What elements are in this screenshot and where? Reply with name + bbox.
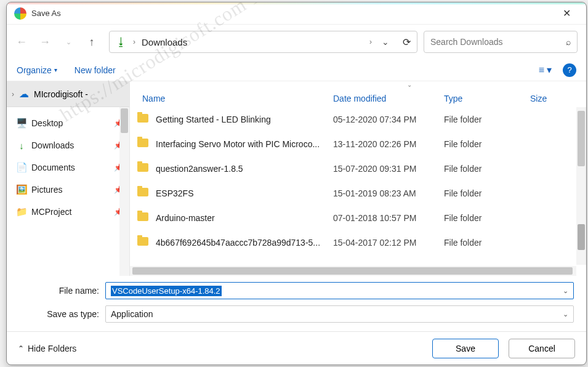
cloud-icon: ☁ xyxy=(19,88,29,100)
chevron-down-icon: ▾ xyxy=(547,64,552,76)
sidebar-item-label: Desktop xyxy=(31,118,63,128)
sidebar-item-label: Pictures xyxy=(31,185,63,195)
save-as-dialog: Save As ✕ ← → ⌄ ↑ ⭳ › Downloads › ⌄ ⟳ ⌕ … xyxy=(6,2,587,365)
sidebar-item-label: MCProject xyxy=(31,207,71,217)
hide-folders-button[interactable]: ⌃ Hide Folders xyxy=(18,344,76,353)
filename-label: File name: xyxy=(19,286,99,296)
sidebar-item-label: Downloads xyxy=(31,140,74,150)
search-input[interactable] xyxy=(430,37,566,47)
chevron-down-icon: ▾ xyxy=(54,67,57,73)
chevron-right-icon: › xyxy=(12,90,14,99)
column-header-date[interactable]: Date modified xyxy=(333,94,444,103)
toolbar: Organize ▾ New folder ≡ ▾ ? xyxy=(7,59,586,81)
refresh-icon[interactable]: ⟳ xyxy=(403,36,411,48)
filename-field[interactable]: VSCodeUserSetup-x64-1.84.2 ⌄ xyxy=(105,282,574,299)
sidebar-item-label: MIcrodigisoft - xyxy=(34,89,88,99)
table-row[interactable]: ESP32FS15-01-2019 08:23 AMFile folder xyxy=(130,181,586,206)
chevron-up-icon: ⌃ xyxy=(18,344,24,353)
sidebar-item-desktop[interactable]: 🖥️Desktop📌 xyxy=(7,117,129,129)
row-type: File folder xyxy=(444,213,530,223)
address-bar[interactable]: ⭳ › Downloads › ⌄ ⟳ xyxy=(109,31,417,53)
folder-icon: 🖼️ xyxy=(15,184,28,195)
search-box[interactable]: ⌕ xyxy=(424,31,578,53)
chevron-down-icon[interactable]: ⌄ xyxy=(563,310,568,318)
row-date: 15-01-2019 08:23 AM xyxy=(333,188,444,198)
chevron-down-icon[interactable]: ⌄ xyxy=(382,37,389,47)
sidebar-item-pictures[interactable]: 🖼️Pictures📌 xyxy=(7,184,129,196)
folder-icon xyxy=(137,188,151,199)
folder-icon xyxy=(137,163,151,174)
filename-value: VSCodeUserSetup-x64-1.84.2 xyxy=(111,286,222,296)
row-type: File folder xyxy=(444,164,530,174)
nav-bar: ← → ⌄ ↑ ⭳ › Downloads › ⌄ ⟳ ⌕ xyxy=(7,25,586,59)
help-icon[interactable]: ? xyxy=(563,63,576,77)
organize-menu[interactable]: Organize ▾ xyxy=(17,65,57,75)
chevron-right-icon: › xyxy=(133,38,135,46)
row-date: 15-04-2017 02:12 PM xyxy=(333,238,444,248)
column-headers: ⌄ Name Date modified Type Size xyxy=(130,81,586,107)
title-bar: Save As ✕ xyxy=(7,2,586,25)
table-row[interactable]: question2answer-1.8.515-07-2020 09:31 PM… xyxy=(130,156,586,181)
location-text: Downloads xyxy=(142,37,363,47)
folder-icon xyxy=(137,114,151,125)
save-type-label: Save as type: xyxy=(19,309,99,319)
window-title: Save As xyxy=(31,9,61,18)
new-folder-button[interactable]: New folder xyxy=(75,65,116,75)
sidebar-item-mcproject[interactable]: 📁MCProject📌 xyxy=(7,206,129,218)
folder-icon: 📄 xyxy=(15,162,28,173)
row-date: 13-11-2020 02:26 PM xyxy=(333,139,444,149)
row-type: File folder xyxy=(444,188,530,198)
folder-icon xyxy=(137,237,151,248)
folder-icon: ↓ xyxy=(15,140,28,151)
row-name: question2answer-1.8.5 xyxy=(156,164,333,174)
table-row[interactable]: Interfacing Servo Motor with PIC Microco… xyxy=(130,132,586,156)
file-list: ⌄ Name Date modified Type Size Getting S… xyxy=(130,81,586,276)
cancel-button[interactable]: Cancel xyxy=(509,339,575,358)
app-icon xyxy=(14,7,26,20)
sidebar-item-downloads[interactable]: ↓Downloads📌 xyxy=(7,139,129,151)
horizontal-scrollbar[interactable] xyxy=(130,266,576,276)
column-header-size[interactable]: Size xyxy=(530,94,582,103)
folder-icon xyxy=(137,139,151,150)
row-name: 4b667f692645b47aaccc7b728a99d713-5... xyxy=(156,238,333,248)
row-name: Interfacing Servo Motor with PIC Microco… xyxy=(156,139,333,149)
recent-dropdown-icon[interactable]: ⌄ xyxy=(62,36,75,48)
chevron-right-icon: › xyxy=(369,38,372,46)
folder-icon: 📁 xyxy=(15,206,28,217)
column-header-name[interactable]: Name xyxy=(137,94,333,103)
download-icon: ⭳ xyxy=(116,36,127,49)
column-header-type[interactable]: Type xyxy=(444,94,530,103)
vertical-scrollbar[interactable] xyxy=(576,107,586,265)
save-button[interactable]: Save xyxy=(432,339,499,358)
forward-icon[interactable]: → xyxy=(39,36,51,48)
close-icon[interactable]: ✕ xyxy=(554,4,579,23)
save-type-field[interactable]: Application ⌄ xyxy=(105,305,574,323)
row-date: 05-12-2020 07:34 PM xyxy=(333,115,444,124)
save-type-value: Application xyxy=(111,309,153,319)
table-row[interactable]: Arduino-master07-01-2018 10:57 PMFile fo… xyxy=(130,206,586,230)
bottom-bar: ⌃ Hide Folders Save Cancel xyxy=(7,331,586,365)
row-type: File folder xyxy=(444,238,530,248)
back-icon[interactable]: ← xyxy=(15,36,28,48)
folder-icon xyxy=(137,212,151,224)
sidebar-item-label: Documents xyxy=(31,163,75,172)
main-area: › ☁ MIcrodigisoft - 🖥️Desktop📌↓Downloads… xyxy=(7,81,586,276)
row-name: ESP32FS xyxy=(156,188,333,198)
chevron-down-icon[interactable]: ⌄ xyxy=(563,287,568,295)
list-icon: ≡ xyxy=(539,65,544,76)
sidebar-scrollbar[interactable] xyxy=(119,107,129,276)
row-date: 07-01-2018 10:57 PM xyxy=(333,213,444,223)
folder-icon: 🖥️ xyxy=(15,118,28,129)
search-icon[interactable]: ⌕ xyxy=(566,37,571,47)
sidebar-item-onedrive[interactable]: › ☁ MIcrodigisoft - xyxy=(7,81,129,107)
sidebar-item-documents[interactable]: 📄Documents📌 xyxy=(7,161,129,174)
sidebar: › ☁ MIcrodigisoft - 🖥️Desktop📌↓Downloads… xyxy=(7,81,130,276)
row-type: File folder xyxy=(444,139,530,149)
sort-indicator-icon: ⌄ xyxy=(407,81,412,88)
table-row[interactable]: Getting Started - LED Blinking05-12-2020… xyxy=(130,107,586,132)
table-row[interactable]: 4b667f692645b47aaccc7b728a99d713-5...15-… xyxy=(130,230,586,255)
row-type: File folder xyxy=(444,115,530,124)
view-options-button[interactable]: ≡ ▾ xyxy=(539,64,552,76)
up-icon[interactable]: ↑ xyxy=(86,36,98,48)
row-name: Getting Started - LED Blinking xyxy=(156,115,333,124)
